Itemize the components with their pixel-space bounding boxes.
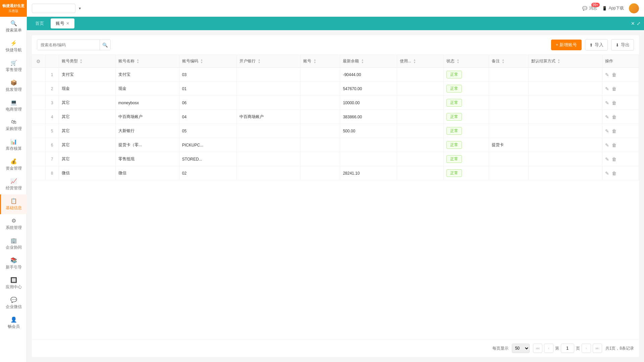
operation-icon: 📈 [3,178,25,184]
sidebar-item-wholesale[interactable]: 📦 批发管理 [0,76,27,96]
main-area: ▾ 💬 消息 99+ 📱 App下载 首页账号✕ ✕ ⤢ [27,0,644,362]
row-code-2: 01 [179,82,237,96]
finance-icon: 💰 [3,158,25,165]
row-settings-7 [32,152,45,166]
add-account-button[interactable]: + 新增账号 [551,40,582,50]
sidebar-item-label: 系统管理 [3,225,25,231]
edit-btn-2[interactable]: ✎ [605,86,609,92]
row-code-3: 06 [179,96,237,110]
sidebar-item-retail[interactable]: 🛒 零售管理 [0,56,27,76]
delete-btn-1[interactable]: 🗑 [612,72,616,77]
last-page-button[interactable]: ⏭ [593,344,602,353]
tabbar: 首页账号✕ ✕ ⤢ [27,17,644,30]
table-row: 5 其它 大新银行 05 500.00 正常 ✎ 🗑 [32,124,639,138]
sidebar-item-shortcut[interactable]: ⚡ 快捷导航 [0,37,27,56]
toolbar-actions: + 新增账号 ⬆ 导入 ⬇ 导出 [551,39,634,51]
table-row: 7 其它 零售抵现 STORED... 正常 ✎ 🗑 [32,152,639,166]
th-usage[interactable]: 使用... ▲▼ [397,55,443,68]
tab-close-account[interactable]: ✕ [66,21,69,26]
delete-btn-8[interactable]: 🗑 [612,171,616,176]
delete-btn-7[interactable]: 🗑 [612,157,616,162]
sidebar-item-ecommerce[interactable]: 💻 电商管理 [0,96,27,116]
row-settings-3 [32,96,45,110]
edit-btn-4[interactable]: ✎ [605,114,609,120]
delete-btn-4[interactable]: 🗑 [612,114,616,120]
sort-balance-icon: ▲▼ [361,59,364,64]
mobile-icon: 📱 [602,6,607,11]
row-settings-1 [32,68,45,82]
content-area: 🔍 + 新增账号 ⬆ 导入 ⬇ 导出 [27,30,644,362]
th-bank[interactable]: 开户银行 ▲▼ [237,55,301,68]
row-status-8: 正常 [444,166,489,180]
sidebar-item-system[interactable]: ⚙ 系统管理 [0,214,27,234]
expand-icon[interactable]: ⤢ [637,21,641,26]
delete-btn-6[interactable]: 🗑 [612,142,616,148]
row-usage-2 [397,82,443,96]
sidebar-item-purchase[interactable]: 🛍 采购管理 [0,116,27,135]
row-remark-4 [489,110,528,124]
table-row: 8 微信 微信 02 28241.10 正常 ✎ 🗑 [32,166,639,180]
th-default-payment[interactable]: 默认结算方式 ▲▼ [528,55,602,68]
th-code[interactable]: 账号编码 ▲▼ [179,55,237,68]
tab-account[interactable]: 账号✕ [51,18,74,28]
tab-home[interactable]: 首页 [30,18,49,28]
delete-btn-5[interactable]: 🗑 [612,128,616,134]
page-label: 第 [555,346,559,351]
row-balance-3: 10000.00 [340,96,397,110]
edit-btn-3[interactable]: ✎ [605,100,609,106]
app-download-button[interactable]: 📱 App下载 [602,5,624,11]
member-icon: 👤 [3,316,25,323]
row-code-4: 04 [179,110,237,124]
sidebar-item-member[interactable]: 👤 畅会员 [0,313,27,333]
edit-btn-5[interactable]: ✎ [605,128,609,134]
th-settings[interactable]: ⚙ [32,55,45,68]
th-balance[interactable]: 最新余额 ▲▼ [340,55,397,68]
export-button[interactable]: ⬇ 导出 [611,39,634,51]
toolbar: 🔍 + 新增账号 ⬆ 导入 ⬇ 导出 [32,35,639,55]
sidebar-item-operation[interactable]: 📈 经营管理 [0,175,27,194]
sidebar-item-wechat[interactable]: 💬 企业微信 [0,293,27,313]
row-action-1: ✎ 🗑 [602,68,639,82]
logo-text: 畅捷通好生意 [2,4,24,8]
msg-button[interactable]: 💬 消息 99+ [582,5,597,11]
page-size-select[interactable]: 50 100 200 [512,344,530,353]
th-remark[interactable]: 备注 ▲▼ [489,55,528,68]
row-remark-6: 提货卡 [489,138,528,152]
sidebar-item-basic[interactable]: 📋 基础信息 [0,194,27,214]
tab-label-home: 首页 [35,20,44,26]
user-avatar[interactable] [629,3,639,13]
row-name-2: 现金 [115,82,179,96]
logo-brand: 乐惠版 [2,9,24,13]
tab-label-account: 账号 [56,20,64,26]
sidebar-item-app_center[interactable]: 🔲 应用中心 [0,274,27,293]
sidebar-item-guide[interactable]: 📚 新手引导 [0,254,27,274]
search-button[interactable]: 🔍 [100,40,110,50]
page-input[interactable] [561,344,574,353]
th-status[interactable]: 状态 ▲▼ [444,55,489,68]
import-button[interactable]: ⬆ 导入 [585,39,608,51]
edit-btn-1[interactable]: ✎ [605,72,609,77]
close-tab-icon[interactable]: ✕ [631,21,635,26]
delete-btn-2[interactable]: 🗑 [612,86,616,92]
row-balance-8: 28241.10 [340,166,397,180]
delete-btn-3[interactable]: 🗑 [612,100,616,106]
row-bank-8 [237,166,301,180]
sidebar-item-finance[interactable]: 💰 资金管理 [0,155,27,175]
edit-btn-6[interactable]: ✎ [605,142,609,148]
th-account[interactable]: 账号 ▲▼ [301,55,340,68]
th-name[interactable]: 账号名称 ▲▼ [115,55,179,68]
topbar-dropdown[interactable]: ▾ [79,6,81,11]
search-input[interactable] [37,40,100,50]
th-type[interactable]: 账号类型 ▲▼ [59,55,115,68]
first-page-button[interactable]: ⏮ [533,344,542,353]
next-page-button[interactable]: › [582,344,591,353]
sidebar-item-inventory[interactable]: 📊 库存核算 [0,135,27,155]
sort-account-icon: ▲▼ [314,59,316,64]
row-bank-3 [237,96,301,110]
prev-page-button[interactable]: ‹ [544,344,553,353]
edit-btn-7[interactable]: ✎ [605,157,609,162]
edit-btn-8[interactable]: ✎ [605,171,609,176]
sidebar-item-enterprise[interactable]: 🏢 企业协同 [0,234,27,254]
sidebar-item-search[interactable]: 🔍 搜索菜单 [0,17,27,37]
topbar-search-input[interactable] [32,4,75,13]
